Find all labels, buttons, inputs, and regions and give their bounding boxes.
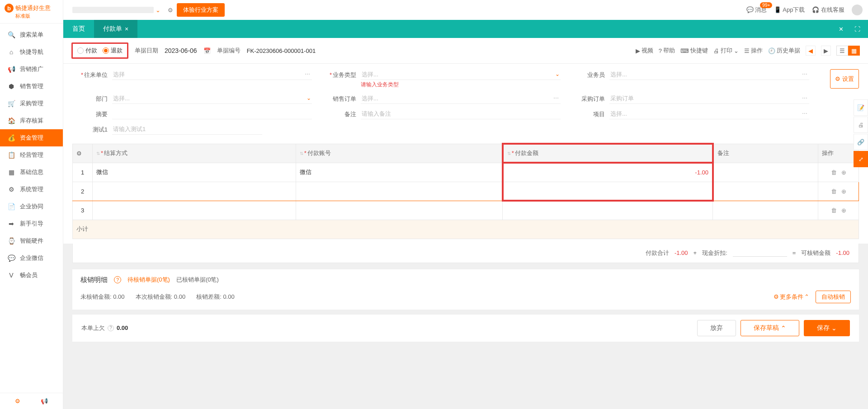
settings-button[interactable]: ⚙ 设置 bbox=[830, 69, 859, 89]
writeoff-pending-tab[interactable]: 待核销单据(0笔) bbox=[127, 276, 170, 284]
dots-icon[interactable]: ⋯ bbox=[802, 110, 808, 117]
sale-input[interactable] bbox=[361, 93, 561, 104]
sidebar-item-14[interactable]: V畅会员 bbox=[0, 267, 63, 284]
table-row[interactable]: 2 🗑⊕ bbox=[73, 182, 859, 201]
prev-bill-icon[interactable]: ◀ bbox=[806, 46, 816, 56]
radio-refund[interactable]: 退款 bbox=[103, 47, 123, 55]
add-icon[interactable]: ⊕ bbox=[841, 207, 846, 214]
sound-icon[interactable]: 📢 bbox=[41, 398, 48, 404]
view-list-icon[interactable]: ☰ bbox=[836, 46, 848, 56]
fullscreen-icon[interactable]: ⛶ bbox=[851, 23, 863, 35]
project-input[interactable] bbox=[609, 108, 809, 119]
service-link[interactable]: 🎧 在线客服 bbox=[812, 6, 844, 14]
help-link[interactable]: ? 帮助 bbox=[659, 47, 675, 55]
view-card-icon[interactable]: ▦ bbox=[848, 46, 860, 56]
avail-label: 可核销金额 bbox=[801, 249, 830, 257]
dock-note-icon[interactable]: 📝 bbox=[854, 99, 868, 116]
test-input[interactable] bbox=[112, 124, 262, 135]
menu-icon: ⌚ bbox=[7, 237, 15, 245]
chevron-down-icon[interactable]: ⌄ bbox=[307, 95, 311, 101]
owed-value: 0.00 bbox=[117, 324, 128, 331]
operate-link[interactable]: ☰ 操作 bbox=[744, 47, 763, 55]
dept-input[interactable] bbox=[112, 93, 312, 104]
next-bill-icon[interactable]: ▶ bbox=[821, 46, 831, 56]
menu-icon: 🏠 bbox=[7, 117, 15, 125]
auto-writeoff-button[interactable]: 自动核销 bbox=[816, 291, 851, 303]
menu: 🔍搜索菜单⌂快捷导航📢营销推广⬢销售管理🛒采购管理🏠库存核算💰资金管理📋经营管理… bbox=[0, 24, 63, 393]
shortcut-link[interactable]: ⌨ 快捷键 bbox=[680, 47, 708, 55]
delete-icon[interactable]: 🗑 bbox=[831, 169, 837, 176]
tab-0[interactable]: 首页 bbox=[63, 20, 94, 38]
clerk-input[interactable] bbox=[609, 69, 809, 80]
purchase-input[interactable] bbox=[609, 93, 809, 104]
sidebar-item-7[interactable]: 📋经营管理 bbox=[0, 146, 63, 164]
discount-input[interactable] bbox=[733, 249, 787, 257]
sidebar-item-12[interactable]: ⌚智能硬件 bbox=[0, 232, 63, 249]
help-icon[interactable]: ? bbox=[114, 276, 121, 283]
tab-1[interactable]: 付款单× bbox=[94, 20, 137, 38]
radio-pay[interactable]: 付款 bbox=[77, 47, 97, 55]
delete-icon[interactable]: 🗑 bbox=[831, 188, 837, 195]
help-icon[interactable]: ? bbox=[108, 325, 114, 331]
dots-icon[interactable]: ⋯ bbox=[553, 95, 560, 101]
sidebar-item-2[interactable]: 📢营销推广 bbox=[0, 61, 63, 78]
sidebar-item-6[interactable]: 💰资金管理 bbox=[0, 129, 63, 146]
add-icon[interactable]: ⊕ bbox=[841, 169, 846, 176]
sidebar-item-11[interactable]: ➡新手引导 bbox=[0, 215, 63, 232]
save-draft-button[interactable]: 保存草稿 ⌃ bbox=[741, 320, 799, 336]
logo-icon: b bbox=[5, 4, 14, 13]
sidebar-item-0[interactable]: 🔍搜索菜单 bbox=[0, 26, 63, 43]
sidebar-item-8[interactable]: ▦基础信息 bbox=[0, 164, 63, 181]
calendar-icon[interactable]: 📅 bbox=[203, 47, 211, 54]
sidebar-item-10[interactable]: 📄企业协同 bbox=[0, 198, 63, 215]
sidebar-item-5[interactable]: 🏠库存核算 bbox=[0, 112, 63, 129]
tab-close-icon[interactable]: × bbox=[125, 25, 128, 33]
writeoff-done-tab[interactable]: 已核销单据(0笔) bbox=[176, 276, 219, 284]
dock-link-icon[interactable]: 🔗 bbox=[854, 134, 868, 150]
tab-close-all-icon[interactable]: ✕ bbox=[835, 23, 847, 35]
delete-icon[interactable]: 🗑 bbox=[831, 207, 837, 214]
dock-print-icon[interactable]: 🖨 bbox=[854, 117, 868, 133]
print-link[interactable]: 🖨 打印 ⌄ bbox=[713, 47, 739, 55]
remark-input[interactable] bbox=[361, 108, 561, 119]
sidebar-item-4[interactable]: 🛒采购管理 bbox=[0, 95, 63, 112]
video-link[interactable]: ▶ 视频 bbox=[636, 47, 653, 55]
menu-icon: ➡ bbox=[7, 220, 15, 228]
table-row[interactable]: 1 微信 微信 -1.00 🗑⊕ bbox=[73, 163, 859, 182]
dots-icon[interactable]: ⋯ bbox=[802, 95, 808, 101]
biztype-input[interactable] bbox=[361, 69, 561, 80]
table-row[interactable]: 3 🗑⊕ bbox=[73, 201, 859, 220]
sidebar-item-13[interactable]: 💬企业微信 bbox=[0, 249, 63, 267]
gear-icon[interactable]: ⚙ bbox=[15, 398, 20, 404]
history-link[interactable]: 🕘 历史单据 bbox=[768, 47, 800, 55]
date-value[interactable]: 2023-06-06 bbox=[165, 47, 197, 54]
partner-input[interactable] bbox=[112, 69, 312, 80]
dots-icon[interactable]: ⋯ bbox=[305, 71, 311, 77]
sidebar-item-3[interactable]: ⬢销售管理 bbox=[0, 78, 63, 95]
avatar[interactable] bbox=[852, 5, 863, 15]
msg-badge: 99+ bbox=[760, 2, 772, 8]
th-remark[interactable]: 备注 bbox=[713, 144, 818, 163]
chevron-down-icon[interactable]: ⌄ bbox=[555, 71, 560, 77]
menu-icon: 🛒 bbox=[7, 99, 15, 108]
main: ⌄ ⚙ 体验行业方案 💬 消息 99+ 📱 App下载 🎧 在线客服 首页付款单… bbox=[63, 0, 868, 409]
messages-link[interactable]: 💬 消息 99+ bbox=[746, 6, 767, 14]
th-account[interactable]: ⇅*付款账号 bbox=[296, 144, 502, 163]
more-conditions-link[interactable]: ⚙ 更多条件 ⌃ bbox=[774, 293, 809, 301]
add-icon[interactable]: ⊕ bbox=[841, 188, 846, 195]
th-gear[interactable]: ⚙ bbox=[73, 144, 93, 163]
save-button[interactable]: 保存 ⌄ bbox=[804, 320, 850, 336]
sidebar-item-1[interactable]: ⌂快捷导航 bbox=[0, 43, 63, 61]
sidebar-item-9[interactable]: ⚙系统管理 bbox=[0, 181, 63, 198]
dock-expand-icon[interactable]: ⤢ bbox=[854, 151, 868, 167]
discard-button[interactable]: 放弃 bbox=[697, 320, 736, 336]
settings-icon[interactable]: ⚙ bbox=[168, 7, 173, 14]
summary-input[interactable] bbox=[112, 108, 312, 119]
trial-button[interactable]: 体验行业方案 bbox=[177, 3, 225, 17]
company-select[interactable]: ⌄ bbox=[69, 5, 164, 15]
partner-label: 往来单位 bbox=[84, 71, 108, 78]
dots-icon[interactable]: ⋯ bbox=[802, 71, 808, 77]
th-method[interactable]: ⇅*结算方式 bbox=[93, 144, 296, 163]
app-download-link[interactable]: 📱 App下载 bbox=[774, 6, 805, 14]
th-amount[interactable]: ⇅*付款金额 bbox=[503, 144, 713, 163]
